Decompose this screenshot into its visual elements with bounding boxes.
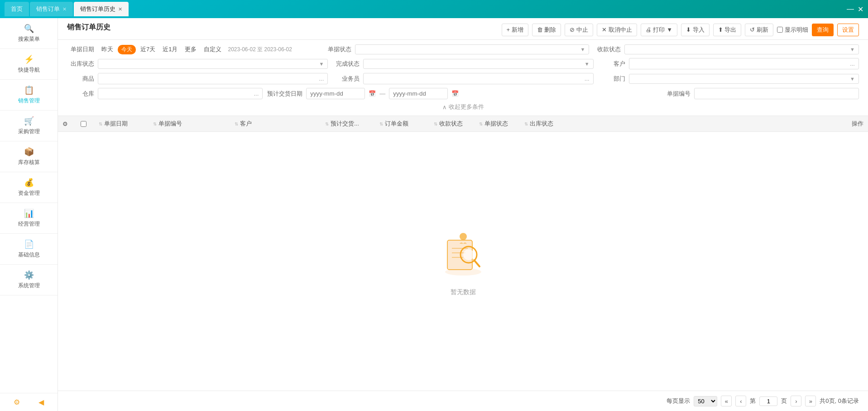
date-custom[interactable]: 自定义: [201, 44, 224, 54]
th-order-status[interactable]: ⇅ 单据状态: [475, 120, 520, 128]
cancel-stop-button[interactable]: ✕ 取消中止: [597, 24, 637, 36]
filter-row-1: 单据日期 昨天 今天 近7天 近1月 更多 自定义 2023-06-02 至 2…: [67, 44, 859, 54]
order-status-label: 单据状态: [324, 45, 351, 53]
new-button[interactable]: + 新增: [502, 24, 528, 36]
sort-icon-num: ⇅: [153, 121, 157, 126]
date-7days[interactable]: 近7天: [138, 44, 158, 54]
sidebar-item-purchase-label: 采购管理: [18, 128, 40, 135]
import-button[interactable]: ⬇ 导入: [681, 24, 710, 36]
calendar-to-icon[interactable]: 📅: [451, 90, 459, 97]
th-delivery[interactable]: ⇅ 预计交货...: [321, 120, 375, 128]
purchase-mgmt-icon: 🛒: [24, 116, 34, 126]
date-more[interactable]: 更多: [182, 44, 199, 54]
sidebar-collapse-icon[interactable]: ◀: [38, 398, 44, 406]
sidebar-item-basic[interactable]: 📄 基础信息: [0, 234, 58, 265]
date-today[interactable]: 今天: [118, 45, 136, 54]
sort-icon-customer: ⇅: [235, 121, 238, 126]
sidebar-item-finance-label: 资金管理: [18, 189, 40, 197]
print-button[interactable]: 🖨 打印 ▼: [641, 24, 678, 36]
stop-button[interactable]: ⊘ 中止: [565, 24, 593, 36]
goods-select[interactable]: ...: [98, 73, 328, 84]
last-page-btn[interactable]: »: [805, 396, 816, 406]
page-number-input[interactable]: [759, 396, 777, 406]
tab-home-label: 首页: [11, 5, 23, 13]
th-date[interactable]: ⇅ 单据日期: [94, 120, 149, 128]
tab-sales-history-label: 销售订单历史: [80, 5, 115, 13]
sidebar-item-finance[interactable]: 💰 资金管理: [0, 172, 58, 203]
sidebar-item-purchase[interactable]: 🛒 采购管理: [0, 111, 58, 141]
sidebar-item-inventory-label: 库存核算: [18, 159, 40, 166]
customer-select[interactable]: ...: [629, 58, 859, 69]
dept-select[interactable]: ▼: [629, 74, 859, 84]
th-stock-out[interactable]: ⇅ 出库状态: [520, 120, 565, 128]
th-action: 操作: [565, 120, 868, 128]
sidebar-item-system[interactable]: ⚙️ 系统管理: [0, 265, 58, 295]
filter-row-4: 仓库 ... 预计交货日期 📅 — 📅 单据编号: [67, 88, 859, 99]
th-checkbox[interactable]: [76, 120, 94, 128]
customer-ellipsis: ...: [850, 60, 855, 67]
date-1month[interactable]: 近1月: [160, 44, 180, 54]
show-detail-checkbox-label[interactable]: 显示明细: [777, 26, 808, 34]
settings-button[interactable]: 设置: [837, 24, 859, 36]
complete-arrow: ▼: [585, 61, 590, 67]
query-button[interactable]: 查询: [812, 24, 834, 36]
tab-sales-order-close[interactable]: ✕: [62, 6, 67, 12]
sidebar-settings-icon[interactable]: ⚙: [14, 398, 20, 406]
tab-sales-order[interactable]: 销售订单 ✕: [30, 2, 73, 16]
page-suffix: 页: [781, 397, 787, 405]
select-all-checkbox[interactable]: [81, 121, 86, 127]
stock-out-select[interactable]: ▼: [98, 59, 328, 69]
export-button[interactable]: ⬆ 导出: [713, 24, 742, 36]
collapse-label: 收起更多条件: [449, 103, 484, 111]
stock-out-arrow: ▼: [319, 61, 324, 67]
dept-filter: 部门 ▼: [598, 74, 859, 84]
warehouse-label: 仓库: [67, 90, 94, 98]
th-amount[interactable]: ⇅ 订单金额: [375, 120, 429, 128]
sidebar-item-inventory[interactable]: 📦 库存核算: [0, 141, 58, 172]
date-shortcuts: 昨天 今天 近7天 近1月 更多 自定义: [99, 44, 224, 54]
th-receipt[interactable]: ⇅ 收款状态: [429, 120, 475, 128]
show-detail-checkbox[interactable]: [777, 27, 783, 33]
settings-icon: ⚙: [62, 121, 68, 127]
date-yesterday[interactable]: 昨天: [99, 44, 116, 54]
delivery-date-filter: 预计交货日期 📅 — 📅: [267, 88, 659, 99]
sort-icon-date: ⇅: [99, 121, 102, 126]
sidebar-item-quick-nav[interactable]: ⚡ 快捷导航: [0, 49, 58, 80]
salesperson-select[interactable]: ...: [363, 73, 593, 84]
complete-filter: 完成状态 ▼: [332, 59, 593, 69]
calendar-from-icon[interactable]: 📅: [369, 90, 376, 97]
th-settings[interactable]: ⚙: [58, 120, 76, 128]
window-minimize[interactable]: —: [847, 5, 854, 13]
tab-sales-history[interactable]: 销售订单历史 ✕: [74, 2, 129, 16]
next-page-btn[interactable]: ›: [791, 396, 801, 406]
receipt-status-select[interactable]: ▼: [624, 44, 859, 54]
tab-home[interactable]: 首页: [5, 2, 29, 16]
sidebar-item-operations[interactable]: 📊 经营管理: [0, 203, 58, 234]
window-close[interactable]: ✕: [858, 5, 863, 14]
th-customer[interactable]: ⇅ 客户: [230, 120, 321, 128]
sidebar-item-search[interactable]: 🔍 搜索菜单: [0, 18, 58, 49]
operations-icon: 📊: [24, 208, 34, 218]
delivery-date-from[interactable]: [306, 88, 365, 99]
per-page-select[interactable]: 50 10 20 100: [694, 396, 717, 406]
main-layout: 🔍 搜索菜单 ⚡ 快捷导航 📋 销售管理 🛒 采购管理 📦 库存核算 💰 资金管…: [0, 18, 868, 411]
sort-icon-receipt: ⇅: [434, 121, 437, 126]
empty-state: 暂无数据: [58, 132, 868, 391]
sidebar-item-sales[interactable]: 📋 销售管理: [0, 80, 58, 111]
complete-select[interactable]: ▼: [363, 59, 593, 69]
delivery-date-to[interactable]: [389, 88, 448, 99]
tab-sales-history-close[interactable]: ✕: [118, 6, 122, 12]
table-header: ⚙ ⇅ 单据日期 ⇅ 单据编号 ⇅ 客户 ⇅: [58, 116, 868, 132]
first-page-btn[interactable]: «: [721, 396, 732, 406]
collapse-conditions[interactable]: ∧ 收起更多条件: [67, 103, 859, 111]
customer-filter: 客户 ...: [598, 58, 859, 69]
refresh-button[interactable]: ↺ 刷新: [745, 24, 773, 36]
th-num[interactable]: ⇅ 单据编号: [149, 120, 230, 128]
finance-icon: 💰: [24, 178, 34, 188]
prev-page-btn[interactable]: ‹: [735, 396, 746, 406]
delete-button[interactable]: 🗑 删除: [532, 24, 561, 36]
warehouse-filter: 仓库 ...: [67, 88, 263, 99]
warehouse-select[interactable]: ...: [98, 88, 263, 99]
order-status-select[interactable]: ▼: [355, 44, 590, 54]
order-num-input[interactable]: [694, 88, 859, 99]
